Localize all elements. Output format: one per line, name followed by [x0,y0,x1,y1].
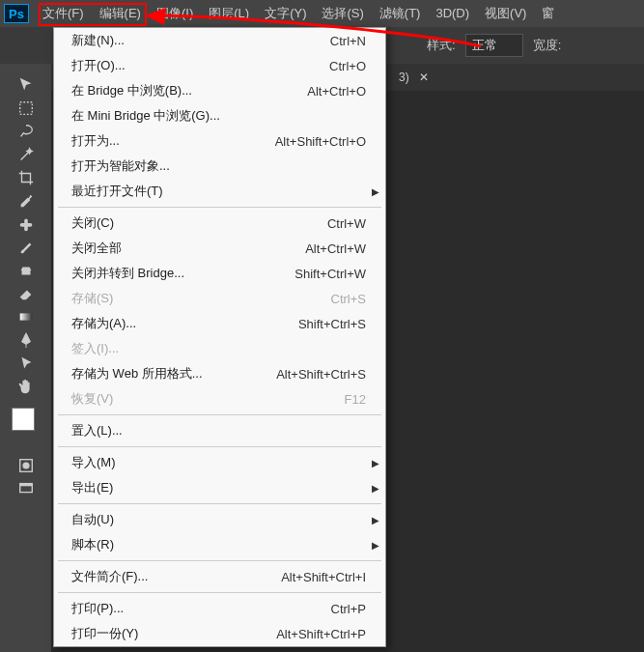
file-dropdown-menu: 新建(N)...Ctrl+N打开(O)...Ctrl+O在 Bridge 中浏览… [53,27,386,647]
menu-item-shortcut: Alt+Shift+Ctrl+I [281,570,366,584]
menu-item-label: 恢复(V) [71,390,113,408]
menu-item-shortcut: F12 [345,392,366,407]
submenu-arrow-icon: ▶ [372,483,379,494]
menu-item[interactable]: 脚本(R)▶ [54,532,385,557]
menu-item: 签入(I)... [54,336,385,361]
menu-item-label: 打开为智能对象... [71,157,170,175]
menu-item-shortcut: Alt+Ctrl+W [305,241,366,256]
menu-item-shortcut: Shift+Ctrl+S [298,317,366,331]
menu-item-shortcut: Alt+Shift+Ctrl+S [276,367,366,382]
menu-edit[interactable]: 编辑(E) [92,0,149,27]
submenu-arrow-icon: ▶ [372,186,379,197]
menu-item[interactable]: 文件简介(F)...Alt+Shift+Ctrl+I [54,564,385,589]
options-style-label: 样式: [427,37,456,54]
tab-close-icon[interactable]: ✕ [419,71,429,84]
menu-item-label: 存储为(A)... [71,315,136,332]
menu-item-label: 新建(N)... [71,32,125,49]
menu-item-label: 关闭全部 [71,240,122,257]
menu-item-label: 在 Bridge 中浏览(B)... [71,82,192,99]
brush-tool[interactable] [11,236,42,259]
path-select-tool[interactable] [11,352,42,375]
menu-image[interactable]: 图像(I) [149,0,201,27]
menu-item-label: 打开(O)... [71,57,126,74]
menu-item-shortcut: Alt+Shift+Ctrl+O [275,134,366,149]
menu-item[interactable]: 新建(N)...Ctrl+N [54,28,385,53]
foreground-color-swatch[interactable] [12,408,35,431]
menu-item[interactable]: 打开为...Alt+Shift+Ctrl+O [54,128,385,154]
menu-item-label: 在 Mini Bridge 中浏览(G)... [71,107,220,125]
menu-item[interactable]: 自动(U)▶ [54,507,385,532]
menu-item[interactable]: 关闭并转到 Bridge...Shift+Ctrl+W [54,261,385,286]
menu-item-shortcut: Ctrl+P [331,602,366,616]
menu-item-label: 打开为... [71,132,120,150]
menu-item-label: 签入(I)... [71,340,119,357]
svg-rect-8 [19,484,32,487]
eraser-tool[interactable] [11,282,42,305]
options-width-label: 宽度: [533,37,562,54]
options-style-select[interactable]: 正常 [465,34,523,57]
marquee-tool[interactable] [11,97,42,120]
menu-item[interactable]: 关闭全部Alt+Ctrl+W [54,236,385,261]
crop-tool[interactable] [11,166,42,189]
menu-item-shortcut: Ctrl+O [329,59,366,73]
menu-item-shortcut: Alt+Ctrl+O [307,84,366,99]
menu-separator [58,560,381,561]
clone-stamp-tool[interactable] [11,259,42,282]
menu-item[interactable]: 存储为 Web 所用格式...Alt+Shift+Ctrl+S [54,361,385,386]
menu-item-shortcut: Ctrl+S [331,292,366,306]
menu-item[interactable]: 关闭(C)Ctrl+W [54,211,385,236]
hand-tool[interactable] [11,375,42,398]
menu-item-shortcut: Alt+Shift+Ctrl+P [276,627,366,641]
menu-window[interactable]: 窗 [534,0,562,27]
menu-item-shortcut: Shift+Ctrl+W [294,267,366,281]
menu-separator [58,503,381,504]
menu-item[interactable]: 打开(O)...Ctrl+O [54,53,385,78]
document-tab-tail[interactable]: 3) [399,71,409,84]
menu-item[interactable]: 导入(M)▶ [54,450,385,475]
menu-item: 存储(S)Ctrl+S [54,286,385,311]
menu-select[interactable]: 选择(S) [314,0,371,27]
move-tool[interactable] [11,73,42,97]
menu-item[interactable]: 打印(P)...Ctrl+P [54,596,385,621]
menu-item-label: 置入(L)... [71,422,123,439]
svg-rect-3 [24,219,28,232]
app-logo: Ps [4,4,29,23]
magic-wand-tool[interactable] [11,143,42,166]
menu-item[interactable]: 最近打开文件(T)▶ [54,179,385,204]
menu-file[interactable]: 文件(F) [35,0,92,27]
menu-view[interactable]: 视图(V) [477,0,534,27]
menu-item-label: 导出(E) [71,479,113,496]
svg-point-6 [22,462,29,468]
menu-type[interactable]: 文字(Y) [257,0,314,27]
eyedropper-tool[interactable] [11,189,42,213]
menu-item[interactable]: 打开为智能对象... [54,154,385,179]
menu-layer[interactable]: 图层(L) [201,0,257,27]
menu-item-shortcut: Ctrl+W [327,216,366,231]
menu-item[interactable]: 在 Mini Bridge 中浏览(G)... [54,103,385,128]
gradient-tool[interactable] [11,305,42,328]
menu-item-label: 脚本(R) [71,536,114,553]
menu-3d[interactable]: 3D(D) [428,0,477,27]
color-swatches[interactable] [8,408,44,444]
menu-item[interactable]: 在 Bridge 中浏览(B)...Alt+Ctrl+O [54,78,385,103]
menu-item-label: 打印一份(Y) [71,625,138,642]
pen-tool[interactable] [11,328,42,352]
menu-item-label: 关闭(C) [71,214,114,232]
menu-item[interactable]: 置入(L)... [54,418,385,443]
menu-item: 恢复(V)F12 [54,386,385,411]
menu-item-shortcut: Ctrl+N [330,34,366,48]
menu-separator [58,414,381,415]
menu-filter[interactable]: 滤镜(T) [372,0,429,27]
menu-item[interactable]: 导出(E)▶ [54,475,385,500]
menu-item-label: 文件简介(F)... [71,568,148,585]
lasso-tool[interactable] [11,120,42,143]
menu-item[interactable]: 存储为(A)...Shift+Ctrl+S [54,311,385,336]
menu-separator [58,446,381,447]
screen-mode[interactable] [11,477,42,500]
menu-item-label: 导入(M) [71,454,116,471]
menu-item-label: 关闭并转到 Bridge... [71,265,184,282]
quick-mask[interactable] [11,454,42,477]
menu-item[interactable]: 打印一份(Y)Alt+Shift+Ctrl+P [54,621,385,646]
svg-rect-4 [19,313,32,320]
healing-brush-tool[interactable] [11,213,42,236]
